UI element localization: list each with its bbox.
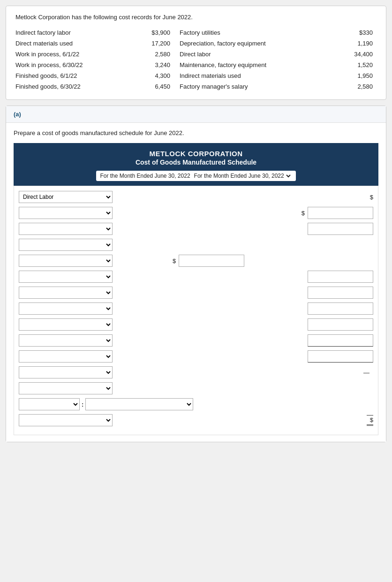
form-row-11 (19, 350, 373, 363)
dropdown-11[interactable] (19, 350, 113, 363)
form-row-10 (19, 334, 373, 347)
dropdown-13[interactable] (19, 382, 113, 394)
cost-label: Direct materials used (15, 38, 134, 49)
cost-label: Work in process, 6/30/22 (15, 60, 134, 70)
dropdown-14a[interactable] (19, 398, 80, 410)
dropdown-3[interactable] (19, 223, 113, 235)
cost-value2: 1,190 (331, 38, 377, 49)
cost-label: Finished goods, 6/1/22 (15, 70, 134, 81)
cost-label: Work in process, 6/1/22 (15, 49, 134, 60)
cost-value: $3,900 (134, 27, 180, 38)
cost-label: Finished goods, 6/30/22 (15, 81, 134, 92)
dollar-sign-1: $ (370, 194, 373, 201)
input-3a[interactable] (308, 223, 373, 235)
cost-value2: 1,950 (331, 70, 377, 81)
cost-label2: Factory manager's salary (180, 81, 331, 92)
form-row-8 (19, 302, 373, 315)
cost-value2: 2,580 (331, 81, 377, 92)
cost-value: 17,200 (134, 38, 180, 49)
input-10a[interactable] (308, 334, 373, 347)
dropdown-9[interactable] (19, 318, 113, 331)
cost-table-row: Finished goods, 6/30/22 6,450 Factory ma… (15, 81, 377, 92)
colon-separator: : (82, 401, 83, 408)
form-row-1: Direct Labor $ (19, 191, 373, 203)
cost-table-row: Work in process, 6/1/22 2,580 Direct lab… (15, 49, 377, 60)
final-dollar-sign: $ (367, 415, 373, 426)
cost-label2: Direct labor (180, 49, 331, 60)
dropdown-1[interactable]: Direct Labor (19, 191, 113, 203)
form-row-2: $ (19, 207, 373, 219)
schedule-header: METLOCK CORPORATION Cost of Goods Manufa… (14, 143, 378, 186)
cost-value: 4,300 (134, 70, 180, 81)
dropdown-15[interactable] (19, 414, 113, 426)
corp-name: METLOCK CORPORATION (18, 150, 374, 158)
section-a-header: (a) (6, 106, 386, 123)
form-row-4 (19, 239, 373, 251)
dropdown-10[interactable] (19, 334, 113, 347)
form-row-3 (19, 223, 373, 235)
cost-table-row: Indirect factory labor $3,900 Factory ut… (15, 27, 377, 38)
cost-label2: Factory utilities (180, 27, 331, 38)
cost-value2: 34,400 (331, 49, 377, 60)
section-a-card: (a) Prepare a cost of goods manufactured… (6, 106, 386, 442)
form-row-6 (19, 271, 373, 283)
cost-records-table: Indirect factory labor $3,900 Factory ut… (15, 27, 377, 92)
schedule-title: Cost of Goods Manufactured Schedule (18, 159, 374, 166)
dropdown-7[interactable] (19, 287, 113, 299)
intro-text: Metlock Corporation has the following co… (15, 14, 377, 21)
input-6a[interactable] (308, 271, 373, 283)
input-2a[interactable] (308, 207, 373, 219)
form-row-13 (19, 382, 373, 394)
date-dropdown[interactable]: For the Month Ended June 30, 2022 (192, 172, 292, 180)
section-a-label: (a) (14, 111, 21, 118)
cost-value: 6,450 (134, 81, 180, 92)
cost-table-row: Finished goods, 6/1/22 4,300 Indirect ma… (15, 70, 377, 81)
dash-1: — (363, 369, 371, 376)
input-7a[interactable] (308, 287, 373, 299)
colon-row: : (19, 398, 373, 410)
cost-label2: Maintenance, factory equipment (180, 60, 331, 70)
form-row-9 (19, 318, 373, 331)
cost-label2: Indirect materials used (180, 70, 331, 81)
cost-value2: 1,520 (331, 60, 377, 70)
cost-label: Indirect factory labor (15, 27, 134, 38)
cost-table-row: Work in process, 6/30/22 3,240 Maintenan… (15, 60, 377, 70)
dropdown-8[interactable] (19, 302, 113, 315)
dropdown-4[interactable] (19, 239, 113, 251)
input-8a[interactable] (308, 302, 373, 315)
dollar-sign-5: $ (173, 257, 176, 265)
dropdown-5[interactable] (19, 255, 113, 267)
dropdown-14b[interactable] (85, 398, 193, 410)
dollar-sign-2: $ (302, 210, 305, 217)
form-row-15: $ (19, 414, 373, 426)
form-row-12: — (19, 366, 373, 378)
form-area: Direct Labor $ $ (14, 186, 378, 435)
input-5a[interactable] (179, 255, 244, 267)
dropdown-2[interactable] (19, 207, 113, 219)
input-11a[interactable] (308, 350, 373, 363)
dropdown-12[interactable] (19, 366, 113, 378)
cost-value2: $330 (331, 27, 377, 38)
cost-table-row: Direct materials used 17,200 Depreciatio… (15, 38, 377, 49)
cost-value: 2,580 (134, 49, 180, 60)
cost-label2: Depreciation, factory equipment (180, 38, 331, 49)
input-9a[interactable] (308, 318, 373, 331)
date-select-wrapper[interactable]: For the Month Ended June 30, 2022 For th… (96, 171, 295, 181)
cost-value: 3,240 (134, 60, 180, 70)
prepare-text: Prepare a cost of goods manufactured sch… (14, 129, 378, 136)
dropdown-6[interactable] (19, 271, 113, 283)
form-row-7 (19, 287, 373, 299)
date-label: For the Month Ended June 30, 2022 (100, 173, 190, 179)
form-row-5: $ (19, 255, 373, 267)
